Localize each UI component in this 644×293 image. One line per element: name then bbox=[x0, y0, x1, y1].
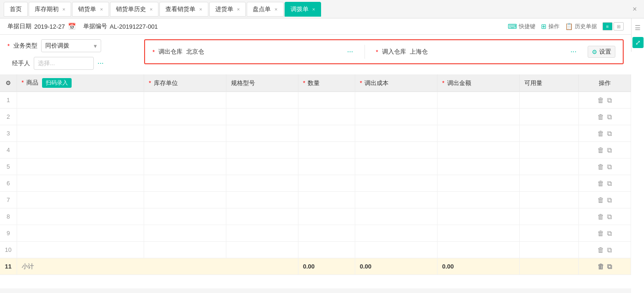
cell-product[interactable] bbox=[17, 142, 144, 159]
close-inventory-init[interactable]: × bbox=[62, 6, 65, 12]
cell-available[interactable] bbox=[520, 192, 579, 208]
cell-available[interactable] bbox=[520, 208, 579, 225]
cell-quantity[interactable] bbox=[298, 208, 355, 225]
cell-unit[interactable] bbox=[144, 142, 226, 159]
cell-quantity[interactable] bbox=[298, 142, 355, 159]
business-type-select[interactable]: 同价调拨 ▾ bbox=[41, 39, 101, 52]
transfer-out-value[interactable]: 北京仓 bbox=[186, 48, 204, 56]
cell-spec[interactable] bbox=[226, 208, 298, 225]
cell-product[interactable] bbox=[17, 225, 144, 242]
cell-amount[interactable] bbox=[437, 175, 519, 192]
cell-quantity[interactable] bbox=[298, 192, 355, 208]
copy-icon[interactable]: ⧉ bbox=[607, 262, 612, 271]
delete-icon[interactable]: 🗑 bbox=[597, 113, 604, 121]
transfer-out-more[interactable]: ··· bbox=[347, 48, 353, 56]
cell-amount[interactable] bbox=[437, 208, 519, 225]
cell-spec[interactable] bbox=[226, 92, 298, 109]
doc-date-value[interactable]: 2019-12-27 bbox=[34, 23, 65, 30]
settings-button[interactable]: ⚙ 设置 bbox=[588, 46, 615, 58]
cell-amount[interactable] bbox=[437, 125, 519, 142]
cell-quantity[interactable] bbox=[298, 125, 355, 142]
cell-unit[interactable] bbox=[144, 175, 226, 192]
cell-cost[interactable] bbox=[355, 142, 437, 159]
cell-spec[interactable] bbox=[226, 225, 298, 242]
cell-quantity[interactable] bbox=[298, 159, 355, 175]
cell-cost[interactable] bbox=[355, 92, 437, 109]
tab-home[interactable]: 首页 bbox=[4, 2, 28, 17]
delete-icon[interactable]: 🗑 bbox=[597, 213, 604, 220]
close-all-tabs[interactable]: × bbox=[629, 4, 640, 15]
tab-inventory-check[interactable]: 盘点单 × bbox=[247, 2, 283, 17]
cell-quantity[interactable] bbox=[298, 175, 355, 192]
cell-cost[interactable] bbox=[355, 159, 437, 175]
view-toggle-list[interactable]: ≡ bbox=[602, 22, 613, 31]
table-scroll-bar[interactable] bbox=[0, 288, 631, 293]
tab-sales-order[interactable]: 销货单 × bbox=[72, 2, 109, 17]
cell-cost[interactable] bbox=[355, 242, 437, 258]
close-transfer-order[interactable]: × bbox=[312, 6, 315, 12]
cell-product[interactable] bbox=[17, 109, 144, 125]
cell-cost[interactable] bbox=[355, 208, 437, 225]
cell-product[interactable] bbox=[17, 242, 144, 258]
delete-icon[interactable]: 🗑 bbox=[597, 262, 604, 270]
cell-product[interactable] bbox=[17, 125, 144, 142]
close-sales-history[interactable]: × bbox=[150, 6, 152, 12]
cell-unit[interactable] bbox=[144, 125, 226, 142]
cell-quantity[interactable] bbox=[298, 92, 355, 109]
cell-product[interactable] bbox=[17, 92, 144, 109]
cell-amount[interactable] bbox=[437, 159, 519, 175]
cell-unit[interactable] bbox=[144, 242, 226, 258]
cell-quantity[interactable] bbox=[298, 109, 355, 125]
shortcut-btn[interactable]: ⌨ 快捷键 bbox=[508, 23, 535, 31]
close-inventory-check[interactable]: × bbox=[274, 6, 277, 12]
cell-spec[interactable] bbox=[226, 142, 298, 159]
cell-cost[interactable] bbox=[355, 109, 437, 125]
calendar-icon[interactable]: 📅 bbox=[68, 23, 76, 30]
cell-available[interactable] bbox=[520, 142, 579, 159]
cell-available[interactable] bbox=[520, 159, 579, 175]
cell-unit[interactable] bbox=[144, 109, 226, 125]
close-purchase-order[interactable]: × bbox=[237, 6, 240, 12]
cell-cost[interactable] bbox=[355, 225, 437, 242]
copy-icon[interactable]: ⧉ bbox=[607, 146, 612, 154]
operations-btn[interactable]: ⊞ 操作 bbox=[541, 23, 559, 31]
copy-icon[interactable]: ⧉ bbox=[607, 129, 612, 138]
th-gear[interactable]: ⚙ bbox=[0, 74, 17, 92]
cell-amount[interactable] bbox=[437, 242, 519, 258]
cell-quantity[interactable] bbox=[298, 242, 355, 258]
transfer-in-value[interactable]: 上海仓 bbox=[410, 48, 428, 56]
copy-icon[interactable]: ⧉ bbox=[607, 179, 612, 188]
delete-icon[interactable]: 🗑 bbox=[597, 179, 604, 187]
history-btn[interactable]: 📋 历史单据 bbox=[565, 23, 597, 31]
cell-amount[interactable] bbox=[437, 92, 519, 109]
delete-icon[interactable]: 🗑 bbox=[597, 196, 604, 204]
scan-button[interactable]: 扫码录入 bbox=[42, 78, 72, 88]
cell-spec[interactable] bbox=[226, 175, 298, 192]
cell-spec[interactable] bbox=[226, 192, 298, 208]
view-toggle-grid[interactable]: ⊞ bbox=[614, 22, 624, 31]
copy-icon[interactable]: ⧉ bbox=[607, 113, 612, 121]
cell-spec[interactable] bbox=[226, 125, 298, 142]
cell-product[interactable] bbox=[17, 159, 144, 175]
transfer-in-more[interactable]: ··· bbox=[571, 48, 577, 56]
cell-cost[interactable] bbox=[355, 175, 437, 192]
cell-spec[interactable] bbox=[226, 159, 298, 175]
cell-unit[interactable] bbox=[144, 159, 226, 175]
cell-spec[interactable] bbox=[226, 109, 298, 125]
cell-amount[interactable] bbox=[437, 142, 519, 159]
cell-available[interactable] bbox=[520, 175, 579, 192]
copy-icon[interactable]: ⧉ bbox=[607, 163, 612, 171]
cell-quantity[interactable] bbox=[298, 225, 355, 242]
cell-spec[interactable] bbox=[226, 242, 298, 258]
cell-cost[interactable] bbox=[355, 192, 437, 208]
cell-cost[interactable] bbox=[355, 125, 437, 142]
tab-view-sales[interactable]: 查看销货单 × bbox=[159, 2, 208, 17]
cell-amount[interactable] bbox=[437, 225, 519, 242]
copy-icon[interactable]: ⧉ bbox=[607, 246, 612, 254]
cell-product[interactable] bbox=[17, 175, 144, 192]
cell-available[interactable] bbox=[520, 242, 579, 258]
sidebar-list-icon[interactable]: ☰ bbox=[632, 22, 644, 33]
tab-transfer-order[interactable]: 调拨单 × bbox=[285, 2, 321, 17]
delete-icon[interactable]: 🗑 bbox=[597, 129, 604, 137]
tab-sales-history[interactable]: 销货单历史 × bbox=[110, 2, 158, 17]
